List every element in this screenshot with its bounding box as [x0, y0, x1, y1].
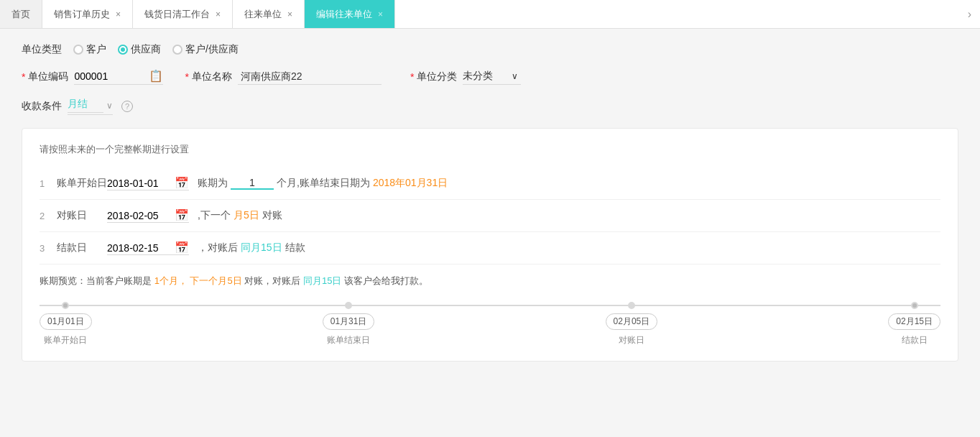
- setting-row-1: 1 账单开始日 📅 账期为 个月,账单结束日期为 2018年01月31日: [40, 167, 940, 200]
- tabs-bar: 首页 销售订单历史 × 钱货日清工作台 × 往来单位 × 编辑往来单位 × ›: [0, 0, 980, 29]
- preview-p3: 同月15日: [303, 275, 341, 286]
- node-dot-3: [911, 302, 918, 309]
- radio-supplier[interactable]: 供应商: [118, 43, 161, 56]
- timeline-nodes: 01月01日 账单开始日 01月31日 账单结束日 02月05日 对账日 02月…: [40, 302, 940, 346]
- reconcile-suffix: 对账: [262, 209, 282, 222]
- unit-details-row: * 单位编码 📋 * 单位名称 * 单位分类 未分类 ∨: [22, 69, 958, 85]
- period-unit: 个月,账单结束日期为: [277, 177, 370, 190]
- node-dot-1: [345, 302, 352, 309]
- unit-type-radio-group: 客户 供应商 客户/供应商: [73, 43, 239, 56]
- tab-edit-partner-close[interactable]: ×: [378, 9, 383, 19]
- row-field-1: 账单开始日: [57, 177, 107, 190]
- name-required: *: [185, 71, 188, 83]
- category-required: *: [410, 71, 414, 83]
- unit-name-input[interactable]: [238, 70, 382, 85]
- timeline-node-0: 01月01日 账单开始日: [40, 302, 92, 346]
- tab-partner[interactable]: 往来单位 ×: [233, 0, 305, 28]
- category-chevron-icon: ∨: [512, 71, 518, 81]
- reconcile-highlight: 月5日: [234, 209, 259, 222]
- tab-cash-work-close[interactable]: ×: [216, 9, 221, 19]
- payment-label: 收款条件: [22, 100, 62, 113]
- row-field-3: 结款日: [57, 242, 107, 254]
- node-dot-0: [62, 302, 69, 309]
- node-label-0: 账单开始日: [44, 334, 87, 346]
- unit-code-icon[interactable]: 📋: [149, 69, 163, 83]
- radio-customer-circle: [73, 45, 83, 55]
- date-input-1[interactable]: [107, 178, 172, 189]
- preview-p1: 1个月，: [154, 275, 188, 286]
- row-num-1: 1: [40, 178, 57, 189]
- code-required: *: [22, 71, 25, 83]
- timeline-node-2: 02月05日 对账日: [606, 302, 658, 346]
- timeline: 01月01日 账单开始日 01月31日 账单结束日 02月05日 对账日 02月…: [40, 295, 940, 346]
- reconcile-prefix: ,下一个: [198, 209, 231, 222]
- radio-customer-supplier-circle: [172, 45, 182, 55]
- payment-chevron-icon: ∨: [106, 101, 113, 111]
- timeline-node-3: 02月15日 结款日: [888, 302, 940, 346]
- calendar-icon-3[interactable]: 📅: [175, 241, 189, 254]
- row-date-1: 📅: [107, 176, 189, 190]
- settings-panel: 请按照未来的一个完整帐期进行设置 1 账单开始日 📅 账期为 个月,账单结束日期…: [22, 128, 958, 362]
- node-label-1: 账单结束日: [327, 334, 370, 346]
- tab-cash-work[interactable]: 钱货日清工作台 ×: [133, 0, 233, 28]
- payment-condition-wrap: 月结 ∨ ?: [68, 98, 133, 115]
- radio-customer[interactable]: 客户: [73, 43, 106, 56]
- tab-sales-history-close[interactable]: ×: [116, 9, 121, 19]
- row-num-3: 3: [40, 243, 57, 254]
- row-date-2: 📅: [107, 208, 189, 223]
- settlement-prefix: ，对账后: [198, 242, 238, 254]
- timeline-node-1: 01月31日 账单结束日: [323, 302, 375, 346]
- unit-code-input[interactable]: [74, 70, 146, 82]
- node-date-3: 02月15日: [888, 313, 940, 330]
- node-label-2: 对账日: [619, 334, 644, 346]
- unit-type-row: 单位类型 客户 供应商 客户/供应商: [22, 43, 958, 56]
- row-field-2: 对账日: [57, 209, 107, 222]
- tab-home[interactable]: 首页: [0, 0, 42, 28]
- radio-customer-supplier[interactable]: 客户/供应商: [172, 43, 239, 56]
- tab-edit-partner[interactable]: 编辑往来单位 ×: [305, 0, 395, 28]
- payment-value: 月结: [68, 98, 103, 113]
- unit-type-label: 单位类型: [22, 43, 62, 56]
- help-icon[interactable]: ?: [121, 101, 133, 112]
- node-date-0: 01月01日: [40, 313, 92, 330]
- date-input-2[interactable]: [107, 210, 172, 221]
- unit-category-label: 单位分类: [417, 70, 457, 83]
- settlement-highlight: 同月15日: [241, 242, 282, 254]
- unit-category-select[interactable]: 未分类 ∨: [463, 70, 521, 85]
- period-input[interactable]: [231, 177, 274, 190]
- period-label: 账期为: [198, 177, 228, 190]
- tab-nav-arrow[interactable]: ›: [959, 8, 980, 21]
- node-label-3: 结款日: [902, 334, 928, 346]
- node-date-1: 01月31日: [323, 313, 375, 330]
- panel-hint: 请按照未来的一个完整帐期进行设置: [40, 143, 940, 156]
- unit-code-label: 单位编码: [28, 70, 68, 83]
- payment-row: 收款条件 月结 ∨ ?: [22, 98, 958, 115]
- preview-p2: 下一个月5日: [190, 275, 241, 286]
- unit-name-label: 单位名称: [192, 70, 232, 83]
- settlement-suffix: 结款: [285, 242, 305, 254]
- row-num-2: 2: [40, 211, 57, 221]
- setting-row-3: 3 结款日 📅 ，对账后 同月15日 结款: [40, 232, 940, 264]
- calendar-icon-2[interactable]: 📅: [175, 208, 189, 222]
- unit-code-input-wrap: 📋: [74, 69, 163, 85]
- calendar-icon-1[interactable]: 📅: [175, 176, 189, 190]
- setting-row-2: 2 对账日 📅 ,下一个 月5日 对账: [40, 200, 940, 232]
- main-content: 单位类型 客户 供应商 客户/供应商 * 单位编码 📋 * 单位名称: [0, 29, 980, 437]
- radio-supplier-circle: [118, 45, 128, 55]
- row-date-3: 📅: [107, 241, 189, 255]
- node-dot-2: [628, 302, 635, 309]
- payment-select[interactable]: 月结 ∨: [68, 98, 113, 115]
- tab-partner-close[interactable]: ×: [287, 9, 292, 19]
- period-end-date: 2018年01月31日: [373, 177, 448, 190]
- tab-sales-history[interactable]: 销售订单历史 ×: [42, 0, 133, 28]
- node-date-2: 02月05日: [606, 313, 658, 330]
- date-input-3[interactable]: [107, 242, 172, 254]
- preview-text: 账期预览：当前客户账期是 1个月， 下一个月5日 对账，对账后 同月15日 该客…: [40, 264, 940, 295]
